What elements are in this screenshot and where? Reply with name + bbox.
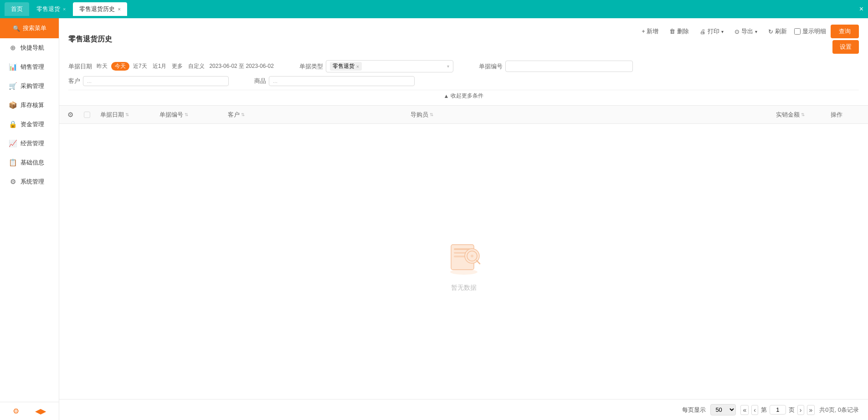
export-button[interactable]: ⊙ 导出 ▾ xyxy=(731,26,761,37)
last-page-button[interactable]: » xyxy=(807,405,815,415)
sidebar-item-finance-label: 资金管理 xyxy=(21,120,44,128)
settings-button[interactable]: 设置 xyxy=(832,40,859,54)
add-button[interactable]: + 新增 xyxy=(638,26,662,37)
tab-retail-return-history[interactable]: 零售退货历史 × xyxy=(73,2,127,16)
query-button[interactable]: 查询 xyxy=(831,25,859,38)
sidebar-item-finance-mgmt[interactable]: 🔒 资金管理 xyxy=(0,115,59,134)
th-billno-label: 单据编号 xyxy=(159,111,183,119)
svg-point-8 xyxy=(471,255,473,257)
sidebar-search[interactable]: 🔍 搜索菜单 xyxy=(0,18,59,38)
collapse-button[interactable]: ▲ 收起更多条件 xyxy=(68,90,859,102)
th-amount: 实销金额 ⇅ xyxy=(772,111,827,119)
page-number-input[interactable] xyxy=(770,405,786,415)
collapse-label: 收起更多条件 xyxy=(451,92,483,100)
date-btn-today[interactable]: 今天 xyxy=(111,62,129,71)
delete-button[interactable]: 🗑 删除 xyxy=(666,26,693,37)
window-close-icon[interactable]: × xyxy=(859,5,863,13)
th-customer: 客户 ⇅ xyxy=(224,111,407,119)
page-size-label: 每页显示 xyxy=(682,406,706,414)
sidebar-audio-icon[interactable]: ◀▶ xyxy=(35,407,46,415)
bill-no-input[interactable] xyxy=(505,61,633,72)
th-settings: ⚙ xyxy=(64,111,80,119)
tab-home[interactable]: 首页 xyxy=(5,2,29,16)
sidebar-item-quick-nav-label: 快捷导航 xyxy=(21,44,44,52)
tab-retail-return-close[interactable]: × xyxy=(63,6,66,12)
show-detail-label[interactable]: 显示明细 xyxy=(794,27,826,36)
top-bar: 首页 零售退货 × 零售退货历史 × × xyxy=(0,0,868,18)
refresh-button[interactable]: ↻ 刷新 xyxy=(765,26,791,37)
th-date-label: 单据日期 xyxy=(100,111,124,119)
date-btn-custom[interactable]: 自定义 xyxy=(186,62,206,71)
sidebar-item-sales-label: 销售管理 xyxy=(21,63,44,71)
th-customer-sort-icon[interactable]: ⇅ xyxy=(241,112,245,117)
sidebar-item-operation-mgmt[interactable]: 📈 经营管理 xyxy=(0,134,59,153)
sidebar-item-system-mgmt[interactable]: ⚙ 系统管理 xyxy=(0,172,59,191)
inventory-icon: 📦 xyxy=(9,101,17,109)
sidebar-settings-icon[interactable]: ⚙ xyxy=(13,407,19,415)
th-checkbox xyxy=(80,112,97,118)
bill-type-dropdown-icon[interactable]: ▾ xyxy=(447,64,449,69)
svg-line-7 xyxy=(477,261,480,264)
query-settings-buttons: 查询 设置 xyxy=(831,25,859,54)
select-all-checkbox[interactable] xyxy=(84,112,90,118)
date-options: 昨天 今天 近7天 近1月 更多 自定义 xyxy=(95,62,206,71)
first-page-button[interactable]: « xyxy=(740,405,749,415)
pagination-footer: 每页显示 10 20 50 100 « ‹ 第 页 › » 共0页, 0条记录 xyxy=(59,399,868,420)
page-size-select[interactable]: 10 20 50 100 xyxy=(710,404,736,415)
customer-label: 客户 xyxy=(68,77,80,85)
refresh-icon: ↻ xyxy=(768,28,773,35)
sidebar-item-inventory-label: 库存核算 xyxy=(21,101,44,109)
prev-page-button[interactable]: ‹ xyxy=(751,405,758,415)
sidebar-item-system-label: 系统管理 xyxy=(21,178,44,186)
filter-row-1: 单据日期 昨天 今天 近7天 近1月 更多 自定义 2023-06-02 至 2… xyxy=(68,60,859,72)
main-layout: 🔍 搜索菜单 ⊕ 快捷导航 📊 销售管理 🛒 采购管理 📦 库存核算 🔒 xyxy=(0,18,868,420)
show-detail-text: 显示明细 xyxy=(802,27,826,36)
sidebar-item-operation-label: 经营管理 xyxy=(21,139,44,148)
filter-goods: 商品 ... xyxy=(254,76,415,86)
date-btn-7days[interactable]: 近7天 xyxy=(131,62,149,71)
sidebar-item-sales-mgmt[interactable]: 📊 销售管理 xyxy=(0,57,59,77)
date-btn-more[interactable]: 更多 xyxy=(170,62,185,71)
bill-type-tag-close[interactable]: × xyxy=(356,64,359,69)
print-button[interactable]: 🖨 🖨 打印 打印 ▾ xyxy=(696,26,727,37)
customer-placeholder: ... xyxy=(87,78,92,84)
tab-retail-return-history-close[interactable]: × xyxy=(118,6,120,12)
tab-home-label: 首页 xyxy=(11,5,23,13)
filter-bill-type: 单据类型 零售退货 × ▾ xyxy=(299,60,453,72)
date-btn-yesterday[interactable]: 昨天 xyxy=(95,62,109,71)
sidebar-item-purchase-mgmt[interactable]: 🛒 采购管理 xyxy=(0,77,59,96)
filter-customer: 客户 ... xyxy=(68,76,229,86)
show-detail-checkbox[interactable] xyxy=(794,28,801,35)
bill-type-tag-text: 零售退货 xyxy=(333,62,354,70)
purchase-icon: 🛒 xyxy=(9,82,17,90)
next-page-button[interactable]: › xyxy=(797,405,804,415)
date-btn-1month[interactable]: 近1月 xyxy=(151,62,169,71)
goods-label: 商品 xyxy=(254,77,266,85)
tab-retail-return[interactable]: 零售退货 × xyxy=(30,2,72,16)
sidebar-item-quick-nav[interactable]: ⊕ 快捷导航 xyxy=(0,38,59,57)
quick-nav-icon: ⊕ xyxy=(9,44,17,52)
filter-area: 单据日期 昨天 今天 近7天 近1月 更多 自定义 2023-06-02 至 2… xyxy=(68,60,859,105)
th-billno-sort-icon[interactable]: ⇅ xyxy=(185,112,188,117)
th-guide-sort-icon[interactable]: ⇅ xyxy=(430,112,433,117)
sidebar-nav: ⊕ 快捷导航 📊 销售管理 🛒 采购管理 📦 库存核算 🔒 资金管理 📈 xyxy=(0,38,59,402)
column-settings-icon[interactable]: ⚙ xyxy=(67,111,73,119)
date-range-display: 2023-06-02 至 2023-06-02 xyxy=(209,62,273,70)
bill-no-label: 单据编号 xyxy=(479,62,503,71)
bill-type-label: 单据类型 xyxy=(299,62,323,71)
page-header: 零售退货历史 + 新增 🗑 删除 🖨 🖨 打印 打印 ▾ ⊙ 导出 ▾ xyxy=(59,18,868,106)
pager: « ‹ 第 页 › » xyxy=(740,405,815,415)
th-guide-label: 导购员 xyxy=(411,111,428,119)
sidebar-item-basic-info[interactable]: 📋 基础信息 xyxy=(0,153,59,172)
customer-input[interactable]: ... xyxy=(83,76,229,86)
sidebar: 🔍 搜索菜单 ⊕ 快捷导航 📊 销售管理 🛒 采购管理 📦 库存核算 🔒 xyxy=(0,18,59,420)
th-amount-sort-icon[interactable]: ⇅ xyxy=(801,112,805,117)
th-ops-label: 操作 xyxy=(831,111,842,119)
bill-type-input[interactable]: 零售退货 × ▾ xyxy=(326,60,453,72)
sidebar-item-inventory-calc[interactable]: 📦 库存核算 xyxy=(0,96,59,115)
th-date-sort-icon[interactable]: ⇅ xyxy=(125,112,129,117)
sidebar-item-purchase-label: 采购管理 xyxy=(21,82,44,90)
filter-date: 单据日期 昨天 今天 近7天 近1月 更多 自定义 2023-06-02 至 2… xyxy=(68,62,274,71)
th-guide: 导购员 ⇅ xyxy=(407,111,590,119)
goods-input[interactable]: ... xyxy=(269,76,415,86)
